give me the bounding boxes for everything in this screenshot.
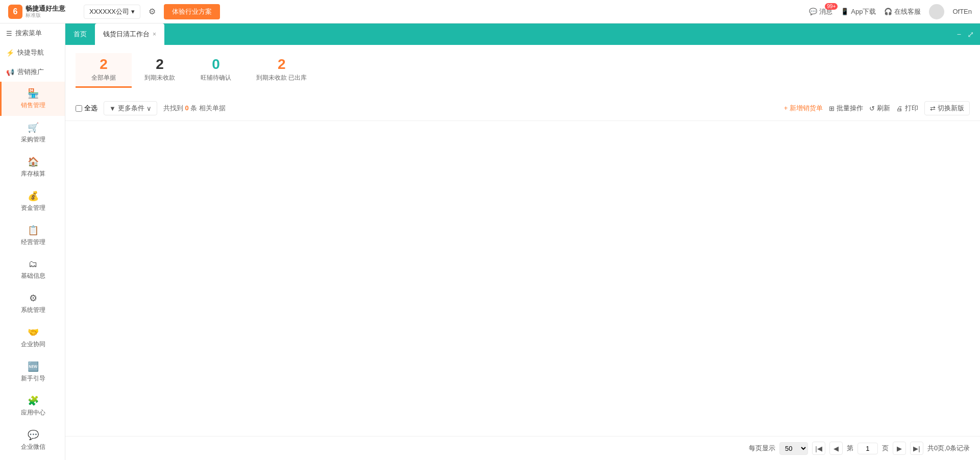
company-dropdown-icon: ▾ bbox=[131, 8, 135, 15]
cooperation-icon: 🤝 bbox=[28, 327, 39, 338]
switch-label: 切换新版 bbox=[938, 104, 964, 113]
avatar[interactable] bbox=[929, 4, 944, 19]
page-last-button[interactable]: ▶| bbox=[910, 442, 923, 455]
sidebar-item-purchase[interactable]: 🛒 采购管理 bbox=[0, 116, 65, 150]
sidebar-item-operation[interactable]: 📋 经营管理 bbox=[0, 219, 65, 253]
summary-card-all[interactable]: 2 全部单据 bbox=[76, 53, 132, 88]
toolbar-right: + 新增销货单 ⊞ 批量操作 ↺ 刷新 🖨 打印 ⇄ bbox=[784, 101, 970, 115]
select-all-label: 全选 bbox=[84, 104, 97, 113]
pagination-bar: 每页显示 50 100 200 |◀ ◀ 第 页 ▶ ▶| 共0页,0条记录 bbox=[65, 436, 980, 460]
wechat-icon: 💬 bbox=[28, 429, 39, 441]
wechat-label: 企业微信 bbox=[21, 443, 45, 451]
tab-bar-right: － ⤢ bbox=[955, 29, 980, 40]
refresh-button[interactable]: ↺ 刷新 bbox=[869, 104, 890, 113]
batch-label: 批量操作 bbox=[837, 104, 863, 113]
summary-card-pending[interactable]: 0 旺辅待确认 bbox=[188, 53, 244, 88]
quick-nav-label: 快捷导航 bbox=[17, 48, 44, 57]
batch-action-button[interactable]: ⊞ 批量操作 bbox=[829, 104, 863, 113]
print-button[interactable]: 🖨 打印 bbox=[896, 104, 918, 113]
select-all-input[interactable] bbox=[76, 105, 82, 112]
online-service-button[interactable]: 🎧 在线客服 bbox=[884, 7, 921, 16]
sidebar-item-inventory[interactable]: 🏠 库存核算 bbox=[0, 150, 65, 184]
result-suffix: 相关单据 bbox=[199, 104, 226, 112]
company-selector[interactable]: XXXXXX公司 ▾ bbox=[84, 5, 140, 19]
page-first-button[interactable]: |◀ bbox=[812, 442, 825, 455]
service-icon: 🎧 bbox=[884, 8, 892, 15]
system-label: 系统管理 bbox=[21, 306, 45, 314]
top-header: 6 畅捷通好生意 标准版 XXXXXX公司 ▾ ⚙ 体验行业方案 💬 消息 99… bbox=[0, 0, 980, 23]
result-text: 共找到 0 条 相关单据 bbox=[163, 104, 226, 113]
result-prefix: 共找到 bbox=[163, 104, 183, 112]
sales-label: 销售管理 bbox=[21, 101, 45, 110]
page-input[interactable] bbox=[857, 443, 878, 454]
sidebar-item-wechat[interactable]: 💬 企业微信 bbox=[0, 423, 65, 457]
per-page-select[interactable]: 50 100 200 bbox=[779, 442, 808, 455]
search-label: 搜索菜单 bbox=[15, 29, 42, 38]
print-label: 打印 bbox=[905, 104, 918, 113]
tab-close-icon[interactable]: × bbox=[153, 31, 156, 38]
app-icon: 📱 bbox=[841, 8, 849, 15]
page-prev-button[interactable]: ◀ bbox=[829, 442, 843, 455]
card-num-overdue: 2 bbox=[156, 57, 164, 71]
filter-button[interactable]: ▼ 更多条件 ∨ bbox=[104, 101, 157, 115]
marketing-icon: 📢 bbox=[6, 68, 14, 76]
guide-label: 新手引导 bbox=[21, 374, 45, 383]
username-area[interactable]: OfTEn bbox=[952, 8, 972, 15]
sidebar-item-finance[interactable]: 💰 资金管理 bbox=[0, 184, 65, 219]
switch-icon: ⇄ bbox=[930, 105, 936, 112]
summary-card-overdue[interactable]: 2 到期未收款 bbox=[132, 53, 188, 88]
content-area: 首页 钱货日清工作台 × － ⤢ 2 全部单据 2 到期未收款 bbox=[65, 23, 980, 460]
tab-workbench[interactable]: 钱货日清工作台 × bbox=[95, 23, 164, 45]
logo-area: 6 畅捷通好生意 标准版 bbox=[8, 5, 74, 19]
sidebar: ☰ 搜索菜单 ⚡ 快捷导航 📢 营销推广 🏪 销售管理 🛒 采购管理 🏠 库存核… bbox=[0, 23, 65, 460]
batch-icon: ⊞ bbox=[829, 105, 835, 112]
card-num-pending: 0 bbox=[212, 57, 220, 71]
sidebar-item-member[interactable]: 🔖 畅会员 bbox=[0, 457, 65, 460]
summary-cards: 2 全部单据 2 到期未收款 0 旺辅待确认 2 到期未收款 已出库 bbox=[65, 45, 980, 96]
sales-icon: 🏪 bbox=[28, 88, 39, 99]
gear-icon: ⚙ bbox=[149, 7, 156, 16]
logo-title: 畅捷通好生意 bbox=[26, 5, 65, 13]
window-minimize-icon[interactable]: － bbox=[955, 29, 963, 40]
page-next-button[interactable]: ▶ bbox=[893, 442, 906, 455]
settings-icon-button[interactable]: ⚙ bbox=[144, 4, 160, 19]
filter-dropdown-icon: ∨ bbox=[146, 105, 152, 112]
sidebar-item-app-center[interactable]: 🧩 应用中心 bbox=[0, 389, 65, 423]
inventory-icon: 🏠 bbox=[28, 156, 39, 167]
per-page-label: 每页显示 bbox=[749, 444, 775, 453]
tab-home-label: 首页 bbox=[74, 30, 87, 39]
cooperation-label: 企业协同 bbox=[21, 340, 45, 349]
summary-card-shipped[interactable]: 2 到期未收款 已出库 bbox=[244, 53, 319, 88]
card-label-pending: 旺辅待确认 bbox=[201, 74, 231, 82]
card-label-shipped: 到期未收款 已出库 bbox=[256, 74, 307, 82]
window-maximize-icon[interactable]: ⤢ bbox=[967, 30, 974, 39]
tab-home[interactable]: 首页 bbox=[65, 23, 95, 45]
header-center: XXXXXX公司 ▾ ⚙ 体验行业方案 bbox=[74, 4, 809, 19]
sidebar-item-search[interactable]: ☰ 搜索菜单 bbox=[0, 23, 65, 43]
sidebar-item-cooperation[interactable]: 🤝 企业协同 bbox=[0, 321, 65, 355]
switch-version-button[interactable]: ⇄ 切换新版 bbox=[924, 101, 970, 115]
base-icon: 🗂 bbox=[29, 259, 38, 270]
card-num-all: 2 bbox=[100, 57, 108, 71]
result-unit: 条 bbox=[190, 104, 197, 112]
trial-button[interactable]: 体验行业方案 bbox=[164, 4, 220, 19]
message-button[interactable]: 💬 消息 99+ bbox=[809, 7, 832, 16]
guide-icon: 🆕 bbox=[28, 361, 39, 372]
filter-label: 更多条件 bbox=[118, 104, 144, 113]
card-label-all: 全部单据 bbox=[91, 74, 116, 82]
page-label: 第 bbox=[847, 444, 853, 453]
sidebar-item-guide[interactable]: 🆕 新手引导 bbox=[0, 355, 65, 389]
sidebar-item-base[interactable]: 🗂 基础信息 bbox=[0, 253, 65, 286]
sidebar-item-quick-nav[interactable]: ⚡ 快捷导航 bbox=[0, 43, 65, 62]
service-label: 在线客服 bbox=[894, 7, 921, 16]
select-all-checkbox[interactable]: 全选 bbox=[76, 104, 97, 113]
add-sales-order-button[interactable]: + 新增销货单 bbox=[784, 104, 823, 113]
logo-icon: 6 bbox=[8, 5, 22, 19]
sidebar-item-sales[interactable]: 🏪 销售管理 bbox=[0, 82, 65, 116]
main-layout: ☰ 搜索菜单 ⚡ 快捷导航 📢 营销推广 🏪 销售管理 🛒 采购管理 🏠 库存核… bbox=[0, 23, 980, 460]
sidebar-item-system[interactable]: ⚙ 系统管理 bbox=[0, 286, 65, 321]
print-icon: 🖨 bbox=[896, 105, 903, 112]
purchase-icon: 🛒 bbox=[28, 122, 39, 133]
sidebar-item-marketing[interactable]: 📢 营销推广 bbox=[0, 62, 65, 82]
app-download-button[interactable]: 📱 App下载 bbox=[841, 7, 876, 16]
